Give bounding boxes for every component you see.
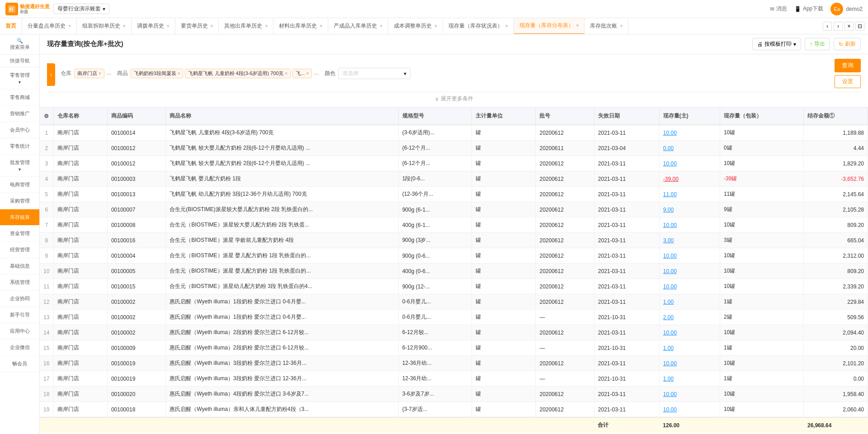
sidebar-item-retail-stats[interactable]: 零售统计 — [0, 138, 39, 155]
tab-stock-dist[interactable]: 现存量（库存分布表） × — [514, 18, 585, 34]
row-qty-main[interactable]: 9.00 — [659, 202, 720, 217]
row-qty-main[interactable]: 3.00 — [659, 233, 720, 248]
col-settings[interactable]: ⚙ — [40, 108, 53, 125]
close-tab-split-inventory[interactable]: × — [68, 24, 71, 28]
tab-product-in[interactable]: 产成品入库单历史 × — [328, 18, 388, 34]
row-qty-main[interactable]: 10.00 — [659, 125, 720, 141]
product-tag-1[interactable]: 飞鹤星飞帆 儿童奶粉 4段(3-6岁适用) 700克 × — [185, 69, 291, 78]
row-spec: 900g (3岁... — [398, 233, 472, 248]
col-code: 商品编码 — [107, 108, 165, 125]
tab-home[interactable]: 首页 — [0, 18, 22, 34]
sidebar-item-marketing[interactable]: 营销推广 — [0, 106, 39, 122]
sidebar-item-corp-wechat[interactable]: 企业微信 — [0, 340, 39, 356]
row-qty-main[interactable]: 2.00 — [659, 310, 720, 325]
sidebar-item-wholesale[interactable]: 批发管理 ▼ — [0, 155, 39, 177]
close-tab-stock-status[interactable]: × — [505, 24, 508, 28]
tab-close-all[interactable]: × — [844, 22, 854, 31]
close-tab-requisition[interactable]: × — [211, 24, 213, 28]
product-tag-1-remove[interactable]: × — [285, 71, 288, 76]
tab-other-out[interactable]: 其他出库单历史 × — [219, 18, 274, 34]
tab-stock-status[interactable]: 现存量（库存状况表） × — [443, 18, 514, 34]
sidebar-item-member-center[interactable]: 会员中心 — [0, 122, 39, 138]
row-qty-main[interactable]: 10.00 — [659, 387, 720, 402]
sidebar-item-retail-store[interactable]: 零售商城 — [0, 90, 39, 106]
tab-batch-order[interactable]: 库存批次账 × — [585, 18, 628, 34]
row-qty-main[interactable]: 11.00 — [659, 187, 720, 202]
close-tab-product-in[interactable]: × — [380, 24, 382, 28]
sidebar-item-finance[interactable]: 资金管理 — [0, 226, 39, 242]
query-button[interactable]: 查询 — [835, 59, 861, 72]
sidebar-item-ecommerce[interactable]: 电商管理 — [0, 177, 39, 193]
refresh-button[interactable]: ↻ 刷新 — [834, 38, 861, 50]
close-tab-material-out[interactable]: × — [320, 24, 322, 28]
table-row: 4 南岸门店 00100003 飞鹤星飞帆 婴儿配方奶粉 1段 1段(0-6..… — [40, 171, 868, 187]
row-expiry: 2021-03-11 — [594, 248, 659, 264]
sidebar-item-retail-mgmt[interactable]: 零售管理 ▼ — [0, 67, 39, 90]
tab-disassemble[interactable]: 组装拆卸单历史 × — [77, 18, 132, 34]
product-tag-more-remove[interactable]: × — [306, 71, 309, 76]
tab-requisition[interactable]: 要货单历史 × — [175, 18, 219, 34]
sidebar-item-operations[interactable]: 经营管理 — [0, 242, 39, 258]
sidebar-item-new-guide[interactable]: 新手引导 — [0, 307, 39, 323]
row-code: 00100018 — [107, 402, 165, 418]
row-qty-main[interactable]: 10.00 — [659, 156, 720, 171]
row-no: 4 — [40, 171, 53, 187]
warehouse-selector[interactable]: 母婴行业演示账套 ▾ — [53, 4, 109, 14]
tab-scroll-right[interactable]: › — [834, 22, 843, 31]
product-tag-0[interactable]: 飞鹤奶粉3段闻厦装 × — [131, 69, 184, 78]
warehouse-tag-0[interactable]: 南岸门店 × — [74, 69, 104, 78]
filter-expand-more[interactable]: ∨ 展开更多条件 — [47, 92, 861, 103]
message-btn[interactable]: ✉ 消息 — [770, 5, 787, 13]
close-tab-cost-adjust[interactable]: × — [434, 24, 437, 28]
row-qty-main[interactable]: -39.00 — [659, 171, 720, 187]
sidebar-shortcut[interactable]: 快捷导航 — [0, 55, 39, 67]
app-download-btn[interactable]: 📱 App下载 — [794, 5, 823, 13]
sidebar-item-members[interactable]: 畅会员 — [0, 356, 39, 372]
sidebar-search[interactable]: 🔍 搜索英单 — [0, 34, 39, 55]
row-qty-main[interactable]: 10.00 — [659, 325, 720, 340]
tab-scroll-left[interactable]: ‹ — [823, 22, 832, 31]
sidebar-item-purchase[interactable]: 采购管理 — [0, 193, 39, 209]
close-tab-batch-order[interactable]: × — [620, 24, 623, 28]
table-row: 3 南岸门店 00100012 飞鹤星飞帆 较大婴儿配方奶粉 2段(6-12个月… — [40, 156, 868, 171]
row-qty-main[interactable]: 10.00 — [659, 356, 720, 371]
product-more[interactable]: ··· — [314, 70, 319, 77]
close-tab-stock-dist[interactable]: × — [576, 23, 579, 28]
color-input[interactable]: 请选择 ▾ — [338, 68, 410, 79]
row-qty-main[interactable]: 10.00 — [659, 248, 720, 264]
tab-split-inventory[interactable]: 分量盘点单历史 × — [22, 18, 77, 34]
filter-expand-btn[interactable]: › — [47, 63, 55, 86]
tab-transfer[interactable]: 调拨单历史 × — [132, 18, 175, 34]
sidebar-item-sys-mgmt[interactable]: 系统管理 — [0, 274, 39, 291]
sidebar-item-app-center[interactable]: 应用中心 — [0, 323, 39, 340]
close-tab-disassemble[interactable]: × — [123, 24, 126, 28]
product-tag-more[interactable]: 飞... × — [292, 69, 312, 78]
settings-button[interactable]: 设置 — [835, 75, 861, 88]
export-button[interactable]: ↑ 导出 — [805, 38, 830, 50]
user-area[interactable]: Ea demo2 — [830, 3, 863, 15]
row-qty-main[interactable]: 1.00 — [659, 294, 720, 310]
row-qty-pkg: 10罐 — [720, 125, 804, 141]
print-button[interactable]: 🖨 按模板打印 ▾ — [752, 38, 801, 50]
row-warehouse: 南岸门店 — [53, 125, 107, 141]
tab-material-out[interactable]: 材料出库单历史 × — [274, 18, 328, 34]
row-qty-main[interactable]: 10.00 — [659, 279, 720, 294]
row-qty-main[interactable]: 10.00 — [659, 217, 720, 233]
close-tab-other-out[interactable]: × — [265, 24, 268, 28]
tab-cost-adjust[interactable]: 成本调整单历史 × — [388, 18, 443, 34]
sidebar-item-basic-info[interactable]: 基础信息 — [0, 258, 39, 274]
app-center-label: 应用中心 — [10, 328, 30, 335]
sidebar-item-corp-collab[interactable]: 企业协同 — [0, 291, 39, 307]
sidebar-item-inventory[interactable]: 库存核算 — [0, 209, 39, 226]
row-qty-main[interactable]: 10.00 — [659, 264, 720, 279]
row-qty-main[interactable]: 0.00 — [659, 141, 720, 156]
row-warehouse: 南岸门店 — [53, 279, 107, 294]
product-tag-0-remove[interactable]: × — [178, 71, 180, 76]
row-qty-main[interactable]: 1.00 — [659, 371, 720, 387]
row-qty-main[interactable]: 1.00 — [659, 340, 720, 356]
warehouse-more[interactable]: ··· — [106, 70, 112, 77]
row-qty-main[interactable]: 10.00 — [659, 402, 720, 418]
tab-menu[interactable]: ⊡ — [855, 22, 864, 31]
close-tab-transfer[interactable]: × — [167, 24, 170, 28]
warehouse-tag-remove[interactable]: × — [99, 71, 101, 76]
